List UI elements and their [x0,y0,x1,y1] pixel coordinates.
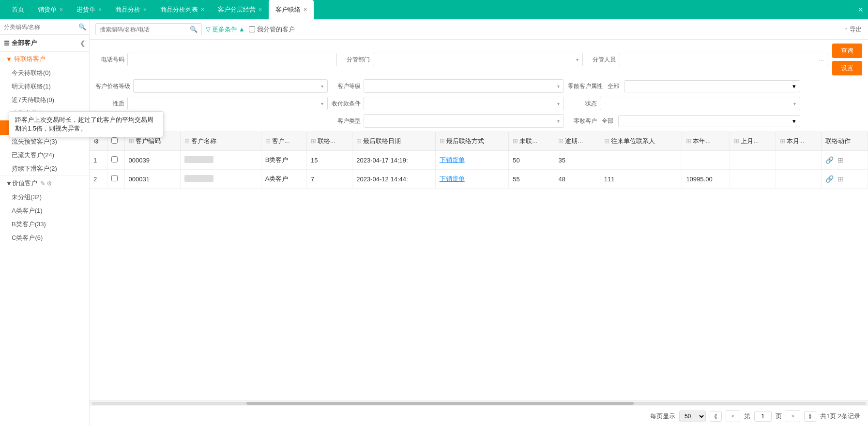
nav-item-purchase[interactable]: 进货单 × [70,0,108,19]
nav-item-sales[interactable]: 销货单 × [31,0,70,19]
search-input[interactable] [100,26,190,33]
window-close-button[interactable]: × [858,5,863,15]
row-this-year: 10995.00 [682,170,730,189]
filter-retail-customer-select[interactable]: ▾ [618,115,800,127]
sidebar-item-class-a[interactable]: A类客户(1) [0,204,89,218]
row-select-checkbox[interactable] [111,175,118,181]
sidebar-group-pending[interactable]: ▼ 待联络客户 [0,52,89,66]
row-checkbox[interactable] [107,151,124,170]
query-button[interactable]: 查询 [832,44,862,58]
col-last-month[interactable]: ⊞上月... [730,132,776,151]
page-input[interactable] [754,411,772,422]
filter-customer-type-select[interactable]: ▾ [364,114,564,128]
sidebar-search-icon[interactable]: 🔍 [78,23,86,30]
close-icon[interactable]: × [98,6,102,13]
page-label: 第 [744,412,750,421]
col-last-method[interactable]: ⊞最后联络方式 [435,132,509,151]
filter-price-level-select[interactable]: ▾ [133,79,328,93]
filter-person-select[interactable]: ··· [619,53,828,66]
filter-retail-attr-select[interactable]: ▾ [624,80,800,92]
close-icon[interactable]: × [60,6,63,13]
filter-dept-select[interactable]: ▾ [373,53,582,66]
nav-item-home[interactable]: 首页 [5,0,31,19]
settings-button[interactable]: 设置 [832,61,862,75]
filter-status-select[interactable]: ▾ [600,97,800,110]
sidebar-all-customers-header: ☰ 全部客户 ❮ [0,35,89,52]
scrollbar-track[interactable] [91,402,866,405]
close-icon[interactable]: × [201,6,204,13]
filter-customer-type-label: 客户类型 [332,117,361,125]
next-page-button[interactable]: ＞ [786,410,800,422]
data-table: ⚙ ⊞客户编码 ⊞客户名称 ⊞客户... ⊞联络... ⊞最后联络日期 ⊞最后联… [90,132,868,189]
close-icon[interactable]: × [259,6,262,13]
table-row: 2 000031 A类客户 7 2023-04-12 14:44: 下销货单 5… [90,170,868,189]
filter-phone-input[interactable] [127,53,337,66]
chevron-down-icon: ▾ [557,84,560,89]
horizontal-scrollbar[interactable] [90,400,868,406]
total-records-label: 共1页 2条记录 [820,412,860,421]
row-uncontact: 50 [509,151,554,170]
row-index: 1 [90,151,107,170]
search-icon[interactable]: 🔍 [190,26,198,33]
col-overdue[interactable]: ⊞逾期... [554,132,600,151]
sidebar-item-today[interactable]: 今天待联络(0) [0,66,89,80]
nav-item-product-analysis[interactable]: 商品分析 × [108,0,153,19]
col-name[interactable]: ⊞客户名称 [180,132,261,151]
col-level[interactable]: ⊞客户... [261,132,306,151]
chevron-down-icon: ▾ [321,101,323,106]
col-uncontact[interactable]: ⊞未联... [509,132,554,151]
chevron-down-icon: ▾ [557,118,560,124]
link-action-icon[interactable]: 🔗 [825,175,834,183]
close-icon[interactable]: × [143,6,147,13]
filter-row-3: 性质 ▾ 收付款条件 ▾ 状态 [95,97,862,110]
col-this-month[interactable]: ⊞本月... [776,132,821,151]
more-conditions-button[interactable]: ▽ 更多条件 ▲ [206,25,245,34]
filter-nature-select[interactable]: ▾ [127,97,328,110]
nav-item-customer-contact[interactable]: 客户联络 × [269,0,314,19]
sidebar-item-declining[interactable]: 持续下滑客户(2) [0,162,89,176]
col-contact-person[interactable]: ⊞往来单位联系人 [600,132,682,151]
link-action-icon[interactable]: 🔗 [825,156,834,164]
col-last-date[interactable]: ⊞最后联络日期 [352,132,435,151]
col-this-year[interactable]: ⊞本年... [682,132,730,151]
nav-item-customer-layer[interactable]: 客户分层经营 × [211,0,269,19]
sidebar-item-tomorrow[interactable]: 明天待联络(1) [0,80,89,93]
sidebar-item-churned[interactable]: 已流失客户(24) [0,148,89,162]
filter-payment-select[interactable]: ▾ [364,97,564,110]
sidebar-item-ungrouped[interactable]: 未分组(32) [0,191,89,204]
row-last-method[interactable]: 下销货单 [435,170,509,189]
export-button[interactable]: ↑ 导出 [845,25,863,34]
grid-action-icon[interactable]: ⊞ [838,175,843,183]
grid-action-icon[interactable]: ⊞ [838,156,843,164]
sidebar-search-input[interactable] [4,24,76,30]
sidebar-item-7days[interactable]: 近7天待联络(0) [0,93,89,107]
sidebar-item-class-c[interactable]: C类客户(6) [0,231,89,245]
filter-status: 状态 ▾ [568,97,800,110]
row-this-month [776,170,821,189]
first-page-button[interactable]: ⟪ [710,411,722,422]
chevron-down-icon: ▼ [6,180,12,187]
row-action: 🔗 ⊞ [822,170,868,189]
last-page-button[interactable]: ⟫ [804,411,816,422]
scrollbar-thumb[interactable] [246,402,634,405]
select-all-checkbox[interactable] [111,137,118,144]
row-checkbox[interactable] [107,170,124,189]
prev-page-button[interactable]: ＜ [726,410,740,422]
col-contact-count[interactable]: ⊞联络... [307,132,352,151]
settings-small-icon[interactable]: ⚙ [46,180,52,187]
my-customers-checkbox[interactable]: 我分管的客户 [249,25,295,34]
row-select-checkbox[interactable] [111,156,118,162]
per-page-label: 每页显示 [650,412,675,421]
filter-customer-level-select[interactable]: ▾ [364,79,564,93]
sidebar-item-class-b[interactable]: B类客户(33) [0,218,89,231]
per-page-select[interactable]: 50 100 200 [679,411,706,422]
my-customers-checkbox-input[interactable] [249,26,255,32]
row-last-method[interactable]: 下销货单 [435,151,509,170]
edit-icon[interactable]: ✎ [40,180,46,187]
sidebar-group-value-customers[interactable]: ▼ 价值客户 ✎ ⚙ [0,176,89,191]
collapse-icon[interactable]: ❮ [80,40,85,47]
close-icon[interactable]: × [304,6,307,13]
nav-item-product-list[interactable]: 商品分析列表 × [153,0,211,19]
filter-price-level: 客户价格等级 ▾ [95,79,328,93]
row-action: 🔗 ⊞ [822,151,868,170]
